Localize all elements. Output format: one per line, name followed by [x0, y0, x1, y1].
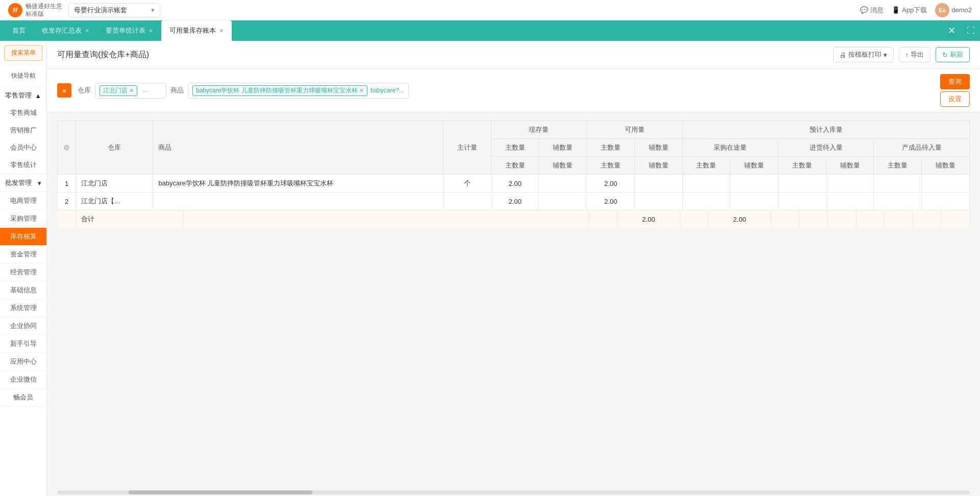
remove-product-tag-1[interactable]: ✕: [359, 87, 364, 94]
app-icon: 📱: [892, 6, 900, 14]
th-incoming-main: 主数量: [778, 157, 826, 175]
sidebar-item-operations[interactable]: 经营管理: [0, 264, 46, 281]
user-menu[interactable]: Ea demo2: [935, 3, 972, 17]
sidebar-item-finance[interactable]: 资金管理: [0, 246, 46, 263]
sidebar-section-wholesale-header[interactable]: 批发管理 ▾: [0, 174, 46, 192]
footer-stock-main: 2.00: [618, 210, 680, 228]
footer-label: 合计: [76, 210, 184, 228]
table-area: ⚙ 仓库 商品 主计量 现存量 可用量 预计入库量 主数量 辅数量 主数量 辅数…: [47, 112, 980, 488]
row-stock-main: 2.00: [491, 175, 539, 193]
tab-home[interactable]: 首页: [4, 20, 34, 41]
row-incoming-main: [778, 193, 826, 210]
scrollbar-thumb[interactable]: [129, 490, 312, 494]
top-bar-left: 好 畅捷通好生意 标准版 母婴行业演示账套 ▾: [8, 3, 160, 17]
sidebar: 搜索菜单 快捷导航 零售管理 ▲ 零售商城 营销推广 会员中心 零售统计 批发管…: [0, 41, 47, 496]
tab-close-order[interactable]: ✕: [149, 28, 153, 34]
scrollbar-track[interactable]: [57, 490, 970, 494]
product-tag-1: babycare学饮杯 儿童防摔防撞吸管杯重力球吸嘴杯宝宝水杯 ✕: [192, 85, 368, 96]
row-production-aux: [922, 193, 970, 210]
product-filter-label: 商品: [170, 86, 184, 95]
sidebar-item-membership[interactable]: 会员中心: [0, 139, 46, 156]
main-layout: 搜索菜单 快捷导航 零售管理 ▲ 零售商城 营销推广 会员中心 零售统计 批发管…: [0, 41, 980, 496]
row-index: 1: [58, 175, 76, 193]
settings-button[interactable]: 设置: [940, 91, 970, 107]
row-avail-aux: [634, 175, 682, 193]
export-button[interactable]: ↑ 导出: [899, 47, 931, 62]
tab-close-receive[interactable]: ✕: [85, 28, 89, 34]
th-avail-aux2: 辅数量: [634, 157, 682, 175]
sidebar-item-inventory[interactable]: 库存核算: [0, 228, 46, 245]
order-stats-tab-label: 要货单统计表: [106, 26, 145, 35]
avatar: Ea: [935, 3, 949, 17]
sidebar-section-operations: 经营管理: [0, 264, 46, 281]
row-stock-aux: [539, 175, 587, 193]
sidebar-item-wechat[interactable]: 企业微信: [0, 371, 46, 388]
footer-blank-unit: [589, 210, 618, 228]
tab-close-inventory[interactable]: ✕: [219, 28, 224, 34]
table-row: 2 江北门店【... 2.00 2.00: [58, 193, 970, 210]
logo-icon: 好: [8, 3, 22, 17]
th-avail-main2: 主数量: [587, 157, 635, 175]
expand-tabs-button[interactable]: ⛶: [962, 26, 980, 35]
tab-receive-summary[interactable]: 收发存汇总表 ✕: [34, 20, 97, 41]
warehouse-filter-dots[interactable]: ···: [140, 87, 150, 95]
message-button[interactable]: 💬 消息: [860, 6, 884, 15]
remove-warehouse-tag[interactable]: ✕: [129, 87, 134, 94]
sidebar-section-enterprise: 企业协同: [0, 317, 46, 335]
warehouse-filter-input[interactable]: 江北门店 ✕ ···: [95, 83, 166, 99]
th-stock-main: 主数量: [491, 139, 539, 157]
company-selector[interactable]: 母婴行业演示账套 ▾: [68, 3, 160, 17]
row-product: babycare学饮杯 儿童防摔防撞吸管杯重力球吸嘴杯宝宝水杯: [153, 175, 444, 193]
message-icon: 💬: [860, 6, 868, 14]
export-icon: ↑: [905, 51, 909, 59]
sidebar-item-newbie[interactable]: 新手引导: [0, 335, 46, 352]
sidebar-item-member[interactable]: 畅会员: [0, 389, 46, 406]
row-stock-main: 2.00: [491, 193, 539, 210]
product-tag-more[interactable]: babycare?...: [371, 87, 404, 94]
sidebar-item-quicknav[interactable]: 快捷导航: [0, 67, 46, 84]
sidebar-item-purchase[interactable]: 采购管理: [0, 210, 46, 227]
th-stock-aux: 辅数量: [539, 139, 587, 157]
query-button[interactable]: 查询: [940, 74, 970, 89]
sidebar-item-basic[interactable]: 基础信息: [0, 281, 46, 299]
warehouse-tag-jiangbei: 江北门店 ✕: [100, 85, 137, 96]
sidebar-item-marketing[interactable]: 营销推广: [0, 122, 46, 139]
app-download-button[interactable]: 📱 App下载: [892, 6, 927, 15]
column-settings-icon[interactable]: ⚙: [63, 144, 70, 152]
sidebar-search: 搜索菜单: [0, 41, 46, 65]
sidebar-item-system[interactable]: 系统管理: [0, 299, 46, 317]
page-title: 可用量查询(按仓库+商品): [57, 50, 149, 60]
th-incoming-pending: 进货待入量: [778, 139, 874, 157]
query-settings-group: 查询 设置: [940, 74, 970, 107]
sidebar-section-appcenter: 应用中心: [0, 353, 46, 371]
th-production-main: 主数量: [874, 157, 922, 175]
page-actions: 🖨 按模板打印 ▾ ↑ 导出 ↻ 刷新: [833, 47, 970, 62]
product-filter-input[interactable]: babycare学饮杯 儿童防摔防撞吸管杯重力球吸嘴杯宝宝水杯 ✕ babyca…: [188, 83, 409, 99]
sidebar-section-ecommerce: 电商管理: [0, 192, 46, 210]
sidebar-section-member: 畅会员: [0, 389, 46, 407]
tab-available-inventory[interactable]: 可用量库存账本 ✕: [161, 20, 232, 41]
search-menu-button[interactable]: 搜索菜单: [4, 45, 42, 61]
sidebar-item-enterprise[interactable]: 企业协同: [0, 317, 46, 335]
sidebar-item-appcenter[interactable]: 应用中心: [0, 353, 46, 370]
page-header: 可用量查询(按仓库+商品) 🖨 按模板打印 ▾ ↑ 导出 ↻ 刷新: [47, 41, 980, 69]
row-avail-aux: [634, 193, 682, 210]
sidebar-section-newbie: 新手引导: [0, 335, 46, 353]
tab-order-stats[interactable]: 要货单统计表 ✕: [97, 20, 161, 41]
refresh-button[interactable]: ↻ 刷新: [936, 47, 970, 62]
th-forecast: 预计入库量: [682, 121, 969, 139]
close-all-tabs-button[interactable]: ✕: [942, 25, 962, 36]
print-template-button[interactable]: 🖨 按模板打印 ▾: [833, 47, 894, 62]
filter-toggle-button[interactable]: »: [57, 83, 71, 98]
sidebar-item-ecommerce[interactable]: 电商管理: [0, 192, 46, 209]
sidebar-section-finance: 资金管理: [0, 246, 46, 264]
footer-purchase-main: [799, 210, 828, 228]
th-purchase-aux: 辅数量: [730, 157, 778, 175]
sidebar-item-retail-stats[interactable]: 零售统计: [0, 156, 46, 174]
th-production-aux: 辅数量: [922, 157, 970, 175]
sidebar-item-retail-mall[interactable]: 零售商城: [0, 104, 46, 122]
company-dropdown-icon: ▾: [151, 6, 155, 14]
row-incoming-aux: [826, 193, 874, 210]
row-production-main: [874, 193, 922, 210]
sidebar-section-retail-header[interactable]: 零售管理 ▲: [0, 87, 46, 104]
